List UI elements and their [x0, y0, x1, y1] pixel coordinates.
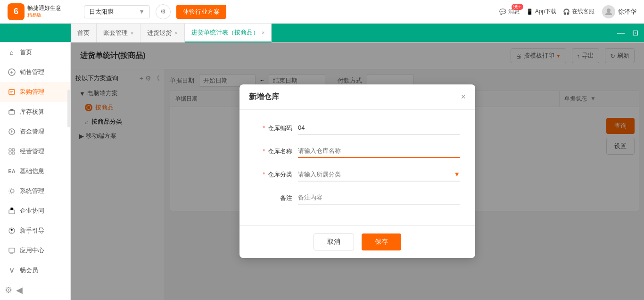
tab-purchase-stats-label: 进货单统计表（按商品） — [191, 28, 259, 37]
tabbar-right: — ⊡ — [615, 26, 644, 39]
sidebar-item-purchase-label: 采购管理 — [20, 88, 44, 96]
dialog-close-button[interactable]: × — [461, 92, 466, 102]
app-download-icon: 📱 — [526, 8, 533, 15]
tab-purchase-return-close[interactable]: × — [174, 30, 177, 36]
tab-nav-prev[interactable]: — — [615, 27, 627, 39]
store-name: 日太阳膜 — [89, 8, 114, 16]
sidebar-item-operation-label: 经营管理 — [20, 147, 44, 156]
username-label: 徐泽华 — [618, 8, 636, 16]
category-dropdown-arrow[interactable]: ▼ — [454, 170, 460, 178]
tab-home[interactable]: 首页 — [71, 24, 97, 42]
topbar: 6 畅捷通好生意 精易版 日太阳膜 ▼ ⚙ 体验行业方案 💬 消息 99+ 📱 … — [0, 0, 644, 24]
tab-nav-next[interactable]: ⊡ — [630, 26, 640, 39]
app-download-button[interactable]: 📱 App下载 — [526, 8, 556, 16]
topbar-actions: 💬 消息 99+ 📱 App下载 🎧 在线客服 徐泽华 — [499, 5, 636, 18]
svg-rect-5 — [9, 149, 11, 151]
online-service-label: 在线客服 — [572, 8, 594, 16]
sidebar-item-home-label: 首页 — [20, 48, 32, 57]
sidebar-item-basic[interactable]: EA 基础信息 — [0, 161, 70, 181]
form-row-remark: 备注 — [255, 191, 460, 205]
version-label: 精易版 — [27, 12, 61, 18]
tab-account[interactable]: 账套管理 × — [97, 24, 140, 42]
tab-purchase-stats[interactable]: 进货单统计表（按商品） × — [185, 24, 272, 42]
dialog-title: 新增仓库 — [249, 92, 279, 102]
vip-icon: V — [8, 266, 16, 275]
tab-account-label: 账套管理 — [103, 29, 128, 37]
user-info[interactable]: 徐泽华 — [602, 5, 636, 18]
tab-account-close[interactable]: × — [131, 30, 133, 36]
svg-rect-2 — [9, 90, 15, 94]
svg-rect-10 — [9, 210, 15, 214]
purchase-icon — [8, 88, 16, 96]
sidebar-item-apps-label: 应用中心 — [20, 246, 44, 255]
sidebar-item-operation[interactable]: 经营管理 — [0, 142, 70, 161]
sidebar-item-guide-label: 新手引导 — [20, 226, 44, 235]
sidebar-item-home[interactable]: ⌂ 首页 — [0, 42, 70, 62]
operation-icon — [8, 147, 16, 156]
sidebar-item-purchase[interactable]: 采购管理 — [0, 82, 70, 102]
svg-rect-8 — [12, 152, 15, 154]
svg-rect-6 — [12, 149, 15, 151]
form-row-category: * 仓库分类 ▼ — [255, 167, 460, 182]
topbar-icon-group: 💬 消息 99+ 📱 App下载 🎧 在线客服 — [499, 8, 594, 16]
sidebar-item-sales[interactable]: 销售管理 — [0, 62, 70, 82]
cancel-button[interactable]: 取消 — [314, 233, 354, 250]
form-row-code: * 仓库编码 — [255, 121, 460, 135]
sidebar-scrollbar[interactable] — [67, 90, 70, 127]
sidebar-item-finance-label: 资金管理 — [20, 127, 44, 136]
form-row-name: * 仓库名称 — [255, 144, 460, 158]
notification-button[interactable]: 💬 消息 99+ — [499, 8, 520, 16]
brand-name: 畅捷通好生意 — [27, 5, 61, 12]
store-selector[interactable]: 日太阳膜 ▼ — [84, 5, 150, 18]
logo-icon: 6 — [8, 3, 25, 20]
warehouse-category-input[interactable] — [298, 171, 454, 178]
finance-icon — [8, 127, 16, 136]
sidebar-settings-button[interactable]: ⚙ — [5, 285, 12, 295]
form-label-name: * 仓库名称 — [255, 147, 292, 156]
notification-badge: 99+ — [512, 4, 523, 10]
remark-input[interactable] — [298, 191, 460, 205]
tabbar: 首页 账套管理 × 进货退货 × 进货单统计表（按商品） × — ⊡ — [0, 24, 644, 42]
sidebar-item-finance[interactable]: 资金管理 — [0, 122, 70, 142]
tab-purchase-stats-close[interactable]: × — [262, 30, 264, 35]
form-label-code: * 仓库编码 — [255, 124, 292, 133]
sales-icon — [8, 68, 16, 76]
sidebar-item-system-label: 系统管理 — [20, 187, 44, 195]
store-selector-arrow: ▼ — [139, 8, 145, 15]
avatar — [602, 5, 615, 18]
warehouse-code-input[interactable] — [298, 121, 460, 135]
sidebar: ⌂ 首页 销售管理 采购管理 库存核算 资金管理 — [0, 42, 71, 300]
form-label-remark: 备注 — [255, 194, 292, 202]
sidebar-item-system[interactable]: 系统管理 — [0, 181, 70, 201]
logo-area: 6 畅捷通好生意 精易版 — [8, 3, 78, 20]
dialog-footer: 取消 保存 — [239, 225, 475, 258]
tab-purchase-return-label: 进货退货 — [147, 29, 172, 37]
required-mark-category: * — [263, 171, 265, 178]
system-icon — [8, 187, 16, 195]
sidebar-item-inventory[interactable]: 库存核算 — [0, 102, 70, 122]
enterprise-icon — [8, 207, 16, 215]
settings-button[interactable]: ⚙ — [156, 4, 171, 19]
dialog-new-warehouse: 新增仓库 × * 仓库编码 * — [239, 84, 475, 258]
sidebar-item-enterprise[interactable]: 企业协同 — [0, 201, 70, 221]
tab-purchase-return[interactable]: 进货退货 × — [140, 24, 184, 42]
sidebar-item-sales-label: 销售管理 — [20, 68, 44, 76]
required-mark-name: * — [263, 148, 265, 155]
sidebar-item-vip[interactable]: V 畅会员 — [0, 260, 70, 280]
sidebar-toggle-button[interactable]: ◀ — [16, 285, 23, 295]
tab-home-label: 首页 — [77, 29, 90, 37]
warehouse-name-input[interactable] — [298, 144, 460, 158]
home-icon: ⌂ — [8, 48, 16, 57]
save-button[interactable]: 保存 — [362, 233, 401, 250]
trial-button[interactable]: 体验行业方案 — [176, 5, 226, 19]
online-service-button[interactable]: 🎧 在线客服 — [563, 8, 594, 16]
sidebar-item-guide[interactable]: 新手引导 — [0, 221, 70, 241]
svg-point-12 — [11, 232, 12, 233]
sidebar-bottom: ⚙ ◀ — [0, 280, 70, 300]
sidebar-item-vip-label: 畅会员 — [20, 266, 38, 275]
sidebar-item-apps[interactable]: 应用中心 — [0, 241, 70, 260]
guide-icon — [8, 226, 16, 235]
required-mark-code: * — [263, 125, 265, 132]
warehouse-category-selector[interactable]: ▼ — [298, 167, 460, 182]
apps-icon — [8, 246, 16, 255]
